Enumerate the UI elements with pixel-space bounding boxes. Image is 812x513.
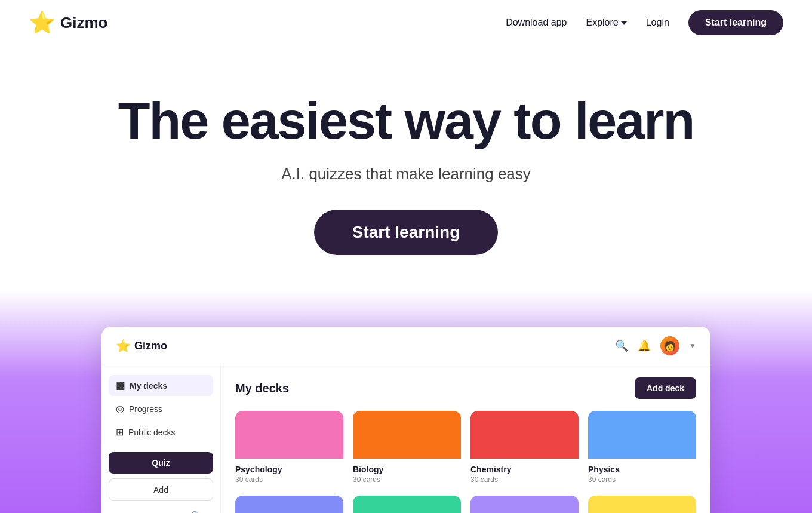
bell-icon[interactable]: 🔔 <box>638 339 651 352</box>
deck-info-physics: Physics 30 cards <box>588 459 696 486</box>
deck-info-biology: Biology 30 cards <box>353 459 461 486</box>
deck-card-spanish[interactable]: Spanish 30 cards <box>588 496 696 513</box>
logo[interactable]: ⭐ Gizmo <box>29 12 107 33</box>
sidebar-item-label: My decks <box>130 381 167 391</box>
deck-name-chemistry: Chemistry <box>470 465 579 474</box>
add-deck-button[interactable]: Add deck <box>635 377 696 399</box>
app-topbar-icons: 🔍 🔔 🧑 ▼ <box>615 336 696 355</box>
deck-info-chemistry: Chemistry 30 cards <box>470 459 579 486</box>
progress-icon: ◎ <box>116 403 124 414</box>
deck-card-english[interactable]: English 30 cards <box>353 496 461 513</box>
app-logo-star-icon: ⭐ <box>116 339 131 353</box>
start-learning-hero-button[interactable]: Start learning <box>314 210 498 255</box>
deck-count-physics: 30 cards <box>588 475 696 484</box>
deck-color-english <box>353 496 461 513</box>
sidebar-item-label: Public decks <box>128 428 176 437</box>
my-decks-title: My decks <box>235 382 289 395</box>
add-button[interactable]: Add <box>109 478 213 501</box>
deck-color-economics <box>470 496 579 513</box>
download-app-link[interactable]: Download app <box>506 17 567 28</box>
app-screenshot-section: ⭐ Gizmo 🔍 🔔 🧑 ▼ ▦ My decks ◎ <box>0 291 812 513</box>
chevron-down-icon[interactable]: ▼ <box>689 342 696 350</box>
app-topbar: ⭐ Gizmo 🔍 🔔 🧑 ▼ <box>102 327 710 365</box>
app-main-header: My decks Add deck <box>235 377 696 399</box>
hero-subtitle: A.I. quizzes that make learning easy <box>29 165 783 183</box>
app-main: My decks Add deck Psychology 30 cards <box>221 365 710 513</box>
avatar[interactable]: 🧑 <box>660 336 679 355</box>
sidebar-item-my-decks[interactable]: ▦ My decks <box>109 375 213 396</box>
sidebar-action-buttons: Quiz Add <box>109 452 213 501</box>
deck-color-geography <box>235 496 343 513</box>
library-search-icon[interactable]: 🔍 <box>191 511 201 513</box>
deck-card-biology[interactable]: Biology 30 cards <box>353 411 461 486</box>
deck-grid: Psychology 30 cards Biology 30 cards <box>235 411 696 513</box>
app-logo-text: Gizmo <box>134 340 167 352</box>
sidebar-item-public-decks[interactable]: ⊞ Public decks <box>109 422 213 443</box>
nav-links: Download app Explore Login Start learnin… <box>506 10 783 35</box>
deck-name-biology: Biology <box>353 465 461 474</box>
login-link[interactable]: Login <box>646 17 669 28</box>
deck-name-psychology: Psychology <box>235 465 343 474</box>
sidebar-item-progress[interactable]: ◎ Progress <box>109 398 213 419</box>
sidebar-library: Library 🔍 + › Psychology › <box>109 511 213 513</box>
deck-color-chemistry <box>470 411 579 459</box>
search-icon[interactable]: 🔍 <box>615 339 628 352</box>
deck-color-biology <box>353 411 461 459</box>
deck-info-psychology: Psychology 30 cards <box>235 459 343 486</box>
sidebar-item-label: Progress <box>129 404 162 414</box>
logo-star-icon: ⭐ <box>29 12 56 33</box>
hero-title: The easiest way to learn <box>29 93 783 148</box>
app-logo[interactable]: ⭐ Gizmo <box>116 339 167 353</box>
app-sidebar: ▦ My decks ◎ Progress ⊞ Public decks Qui… <box>102 365 221 513</box>
deck-name-physics: Physics <box>588 465 696 474</box>
navbar: ⭐ Gizmo Download app Explore Login Start… <box>0 0 812 45</box>
hero-section: The easiest way to learn A.I. quizzes th… <box>0 45 812 291</box>
deck-color-spanish <box>588 496 696 513</box>
deck-card-psychology[interactable]: Psychology 30 cards <box>235 411 343 486</box>
deck-card-chemistry[interactable]: Chemistry 30 cards <box>470 411 579 486</box>
quiz-button[interactable]: Quiz <box>109 452 213 474</box>
explore-link[interactable]: Explore <box>586 17 626 28</box>
deck-card-economics[interactable]: Economics 30 cards <box>470 496 579 513</box>
app-body: ▦ My decks ◎ Progress ⊞ Public decks Qui… <box>102 365 710 513</box>
logo-text: Gizmo <box>60 14 107 32</box>
deck-card-geography[interactable]: Geography 30 cards <box>235 496 343 513</box>
deck-count-psychology: 30 cards <box>235 475 343 484</box>
chevron-down-icon <box>621 21 627 25</box>
deck-count-biology: 30 cards <box>353 475 461 484</box>
library-icons: 🔍 + <box>191 511 211 513</box>
library-add-icon[interactable]: + <box>206 511 211 513</box>
deck-card-physics[interactable]: Physics 30 cards <box>588 411 696 486</box>
public-decks-icon: ⊞ <box>116 426 124 438</box>
deck-color-physics <box>588 411 696 459</box>
start-learning-nav-button[interactable]: Start learning <box>688 10 783 35</box>
decks-icon: ▦ <box>116 380 125 391</box>
deck-count-chemistry: 30 cards <box>470 475 579 484</box>
app-window: ⭐ Gizmo 🔍 🔔 🧑 ▼ ▦ My decks ◎ <box>102 327 710 513</box>
library-header: Library 🔍 + <box>109 511 213 513</box>
deck-color-psychology <box>235 411 343 459</box>
